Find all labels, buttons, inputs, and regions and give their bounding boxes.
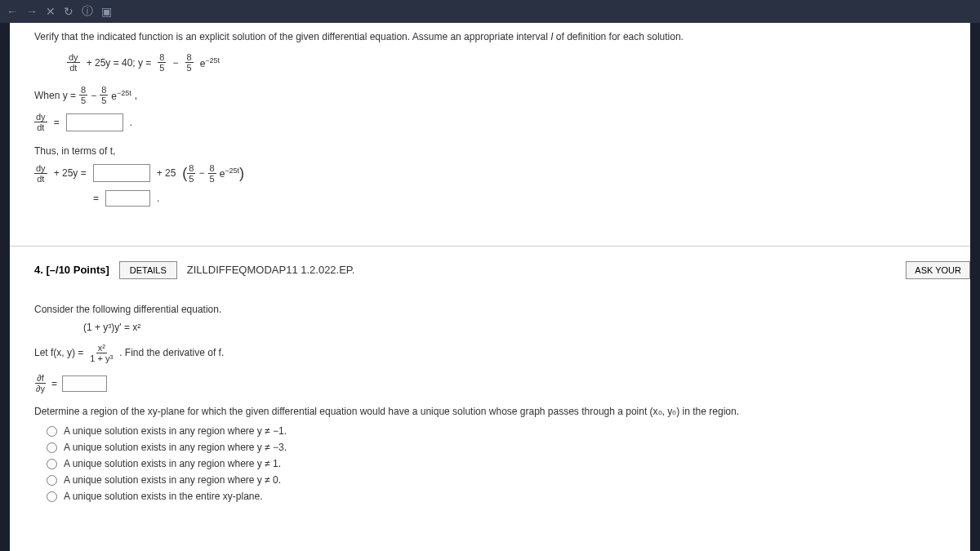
q4-equation: (1 + y³)y' = x²: [83, 322, 946, 333]
comma: ,: [135, 90, 137, 101]
exp-term: e−25t: [200, 56, 220, 69]
let-post-text: . Find the derivative of f.: [119, 347, 224, 358]
q4-determine: Determine a region of the xy-plane for w…: [34, 406, 946, 417]
frac-num: dy: [67, 52, 80, 63]
answer-input-2[interactable]: [93, 164, 150, 182]
frac-den: 5: [158, 63, 166, 73]
e-base: e: [111, 91, 117, 102]
partial-fraction: ∂f ∂y: [34, 373, 47, 393]
q4-partial-line: ∂f ∂y =: [34, 373, 946, 393]
option-label: A unique solution exists in any region w…: [64, 425, 287, 437]
frac-den: dt: [35, 122, 46, 132]
dy-dt-fraction: dy dt: [67, 52, 80, 73]
plus-25: + 25: [157, 167, 176, 179]
plus-25y: + 25y =: [54, 167, 87, 179]
question-reference: ZILLDIFFEQMODAP11 1.2.022.EP.: [187, 264, 355, 276]
period: .: [130, 117, 132, 128]
exp-term: e−25t: [220, 167, 239, 180]
frac-den: 5: [100, 96, 108, 105]
fx-fraction: x² 1 + y³: [88, 343, 114, 363]
fraction-8-5-b: 8 5: [185, 52, 194, 73]
q3-when-line: When y = 8 5 − 8 5 e−25t ,: [34, 85, 946, 105]
dy-dt-fraction: dy dt: [34, 163, 47, 184]
e-exponent: −25t: [117, 89, 131, 97]
app-icon[interactable]: ▣: [101, 5, 112, 18]
details-button[interactable]: DETAILS: [119, 261, 177, 279]
frac-num: ∂f: [35, 373, 46, 384]
page-content: Verify that the indicated function is an…: [10, 23, 970, 551]
frac-den: 1 + y³: [88, 353, 114, 363]
option-5[interactable]: A unique solution exists in the entire x…: [47, 491, 946, 502]
dy-dt-fraction: dy dt: [34, 112, 47, 132]
frac-den: 5: [185, 63, 194, 73]
fraction-8-5: 8 5: [158, 52, 166, 73]
frac-den: dt: [68, 63, 78, 73]
option-label: A unique solution exists in the entire x…: [64, 491, 262, 502]
frac-den: 5: [208, 174, 216, 184]
let-text: Let f(x, y) =: [34, 347, 83, 358]
radio-opt-3[interactable]: [47, 459, 57, 469]
q4-let-line: Let f(x, y) = x² 1 + y³ . Find the deriv…: [34, 343, 946, 363]
frac-num: 8: [158, 52, 166, 63]
option-2[interactable]: A unique solution exists in any region w…: [47, 442, 946, 453]
paren-expression: ( 8 5 − 8 5 e−25t ): [182, 163, 244, 184]
fraction-8-5-e: 8 5: [187, 163, 195, 184]
reload-icon[interactable]: ↻: [64, 5, 74, 18]
frac-den: 5: [187, 174, 195, 184]
radio-opt-4[interactable]: [47, 475, 57, 486]
frac-num: 8: [187, 163, 195, 174]
radio-opt-2[interactable]: [47, 442, 57, 453]
e-exponent: −25t: [205, 56, 220, 64]
frac-den: dt: [35, 174, 46, 184]
q4-header: 4. [–/10 Points] DETAILS ZILLDIFFEQMODAP…: [10, 247, 970, 289]
q-points: [–/10 Points]: [46, 264, 109, 276]
question-4-body: Consider the following differential equa…: [10, 289, 970, 515]
equals-sign: =: [93, 193, 99, 204]
option-4[interactable]: A unique solution exists in any region w…: [47, 474, 946, 486]
instruction-text: Verify that the indicated function is an…: [34, 31, 550, 42]
frac-num: x²: [96, 343, 107, 353]
exp-term: e−25t: [111, 89, 131, 102]
answer-input-1[interactable]: [66, 113, 123, 131]
q3-dydt-input: dy dt = .: [34, 112, 946, 132]
answer-input-4[interactable]: [62, 375, 107, 392]
question-number: 4. [–/10 Points]: [34, 264, 109, 276]
fraction-8-5-f: 8 5: [208, 163, 216, 184]
minus-sign: −: [198, 167, 204, 179]
equals-sign: =: [51, 378, 57, 389]
period: .: [157, 193, 159, 204]
browser-toolbar: ← → ✕ ↻ ⓘ ▣: [0, 0, 980, 23]
frac-den: 5: [79, 96, 87, 105]
frac-den: ∂y: [34, 384, 47, 393]
option-3[interactable]: A unique solution exists in any region w…: [47, 458, 946, 469]
equals-sign: =: [54, 117, 60, 128]
radio-opt-1[interactable]: [47, 426, 57, 437]
option-label: A unique solution exists in any region w…: [64, 442, 287, 453]
frac-num: 8: [79, 85, 87, 96]
answer-input-3[interactable]: [105, 190, 150, 207]
e-exponent: −25t: [225, 167, 239, 175]
minus-sign: −: [91, 90, 96, 101]
q3-final-eq-1: dy dt + 25y = + 25 ( 8 5 − 8 5 e−25t ): [34, 163, 946, 184]
forward-icon[interactable]: →: [26, 5, 38, 18]
q4-consider: Consider the following differential equa…: [34, 304, 946, 315]
fraction-8-5-d: 8 5: [100, 85, 108, 105]
frac-num: 8: [185, 52, 194, 63]
q-num-text: 4.: [34, 264, 43, 276]
q3-thus: Thus, in terms of t,: [34, 145, 946, 157]
close-icon[interactable]: ✕: [46, 5, 56, 18]
instruction-text-post: of definition for each solution.: [554, 31, 684, 42]
ask-teacher-button[interactable]: ASK YOUR: [906, 261, 970, 279]
option-label: A unique solution exists in any region w…: [64, 474, 281, 486]
frac-num: dy: [34, 112, 47, 122]
q3-instruction: Verify that the indicated function is an…: [34, 31, 946, 42]
when-text: When y =: [34, 90, 76, 101]
option-1[interactable]: A unique solution exists in any region w…: [47, 425, 946, 437]
question-3-body: Verify that the indicated function is an…: [10, 23, 970, 221]
back-icon[interactable]: ←: [7, 5, 18, 18]
frac-num: dy: [34, 163, 47, 174]
info-icon[interactable]: ⓘ: [82, 4, 93, 19]
frac-num: 8: [208, 163, 216, 174]
q3-final-eq-2: = .: [93, 190, 946, 207]
radio-opt-5[interactable]: [47, 491, 57, 502]
